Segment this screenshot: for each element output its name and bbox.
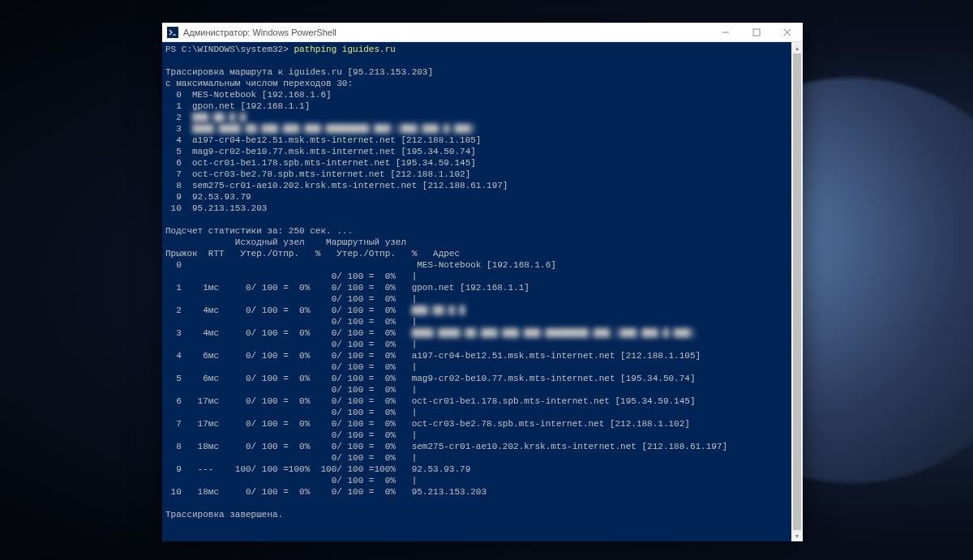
redacted-text: ████-████-██.███.███.███-████████.███ [█… bbox=[412, 327, 696, 339]
stats-row: 0/ 100 = 0% | bbox=[165, 294, 417, 304]
stats-row: 8 18мс 0/ 100 = 0% 0/ 100 = 0% sem275-cr… bbox=[165, 442, 727, 451]
stats-row: 0/ 100 = 0% | bbox=[165, 362, 417, 372]
minimize-button[interactable] bbox=[710, 23, 741, 42]
scroll-thumb[interactable] bbox=[793, 53, 801, 530]
terminal-output[interactable]: PS C:\WINDOWS\system32> pathping iguides… bbox=[162, 42, 803, 541]
scroll-track[interactable] bbox=[791, 53, 803, 530]
stats-row: 6 17мс 0/ 100 = 0% 0/ 100 = 0% oct-cr01-… bbox=[165, 396, 696, 406]
column-header: Исходный узел Маршрутный узел bbox=[165, 237, 406, 247]
hop-line: 3 bbox=[165, 124, 192, 134]
maximize-button[interactable] bbox=[741, 23, 772, 42]
command: pathping iguides.ru bbox=[294, 45, 395, 54]
stats-row: 1 1мс 0/ 100 = 0% 0/ 100 = 0% gpon.net [… bbox=[165, 283, 529, 293]
stats-row: 0 MES-Notebook [192.168.1.6] bbox=[165, 260, 556, 270]
stats-row: 2 4мс 0/ 100 = 0% 0/ 100 = 0% bbox=[165, 306, 412, 315]
trace-header: Трассировка маршрута к iguides.ru [95.21… bbox=[165, 67, 433, 77]
stats-header: Подсчет статистики за: 250 сек. ... bbox=[165, 226, 353, 236]
hop-line: 2 bbox=[165, 113, 192, 122]
stats-row: 5 6мс 0/ 100 = 0% 0/ 100 = 0% mag9-cr02-… bbox=[165, 374, 696, 383]
scroll-up-icon[interactable]: ▲ bbox=[791, 42, 803, 53]
scroll-down-icon[interactable]: ▼ bbox=[791, 530, 803, 541]
stats-row: 0/ 100 = 0% | bbox=[165, 453, 417, 463]
prompt: PS C:\WINDOWS\system32> bbox=[165, 45, 294, 54]
redacted-text: ███.██.█.█ bbox=[192, 112, 246, 123]
hop-line: 8 sem275-cr01-ae10.202.krsk.mts-internet… bbox=[165, 181, 508, 190]
hop-line: 0 MES-Notebook [192.168.1.6] bbox=[165, 90, 332, 100]
stats-row: 9 --- 100/ 100 =100% 100/ 100 =100% 92.5… bbox=[165, 464, 470, 474]
stats-row: 0/ 100 = 0% | bbox=[165, 385, 417, 395]
stats-row: 0/ 100 = 0% | bbox=[165, 271, 417, 281]
powershell-icon bbox=[167, 27, 178, 38]
trace-complete: Трассировка завершена. bbox=[165, 510, 283, 519]
window-titlebar[interactable]: Администратор: Windows PowerShell bbox=[162, 23, 803, 42]
window-title: Администратор: Windows PowerShell bbox=[183, 28, 710, 37]
redacted-text: ████-████-██.███.███.███-████████.███ [█… bbox=[192, 123, 476, 135]
stats-row: 0/ 100 = 0% | bbox=[165, 408, 417, 417]
stats-row: 3 4мс 0/ 100 = 0% 0/ 100 = 0% bbox=[165, 328, 412, 338]
close-button[interactable] bbox=[772, 23, 803, 42]
hop-line: 9 92.53.93.79 bbox=[165, 192, 251, 202]
max-hops: с максимальным числом переходов 30: bbox=[165, 79, 353, 88]
stats-row: 7 17мс 0/ 100 = 0% 0/ 100 = 0% oct-cr03-… bbox=[165, 419, 690, 429]
stats-row: 0/ 100 = 0% | bbox=[165, 476, 417, 485]
stats-row: 10 18мс 0/ 100 = 0% 0/ 100 = 0% 95.213.1… bbox=[165, 487, 486, 497]
hop-line: 4 a197-cr04-be12.51.msk.mts-internet.net… bbox=[165, 135, 481, 145]
column-header: Прыжок RTT Утер./Отпр. % Утер./Отпр. % А… bbox=[165, 249, 460, 259]
scrollbar-vertical[interactable]: ▲ ▼ bbox=[791, 42, 803, 541]
hop-line: 5 mag9-cr02-be10.77.msk.mts-internet.net… bbox=[165, 147, 476, 156]
hop-line: 1 gpon.net [192.168.1.1] bbox=[165, 101, 310, 111]
svg-rect-1 bbox=[753, 29, 760, 36]
hop-line: 10 95.213.153.203 bbox=[165, 203, 267, 213]
powershell-window: Администратор: Windows PowerShell PS C:\… bbox=[162, 23, 803, 541]
stats-row: 0/ 100 = 0% | bbox=[165, 317, 417, 327]
stats-row: 0/ 100 = 0% | bbox=[165, 430, 417, 440]
stats-row: 4 6мс 0/ 100 = 0% 0/ 100 = 0% a197-cr04-… bbox=[165, 351, 701, 361]
redacted-text: ███.██.█.█ bbox=[412, 305, 465, 316]
hop-line: 7 oct-cr03-be2.78.spb.mts-internet.net [… bbox=[165, 169, 470, 179]
stats-row: 0/ 100 = 0% | bbox=[165, 340, 417, 349]
hop-line: 6 oct-cr01-be1.178.spb.mts-internet.net … bbox=[165, 158, 476, 168]
